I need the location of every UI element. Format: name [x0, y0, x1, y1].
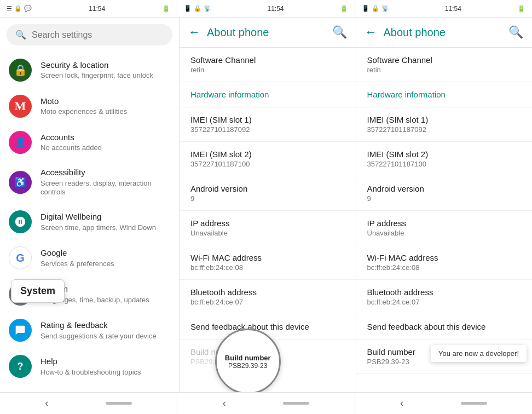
search-input[interactable] — [32, 30, 164, 40]
google-item-title: Google — [41, 248, 170, 258]
accessibility-item-subtitle: Screen readers, display, interaction con… — [41, 179, 170, 198]
security-icon: 🔒 — [14, 5, 22, 12]
system-bubble: System — [11, 279, 65, 303]
panel1-imei1-value: 357227101187092 — [190, 125, 345, 134]
panel2-search-button[interactable]: 🔍 — [508, 25, 523, 39]
panel2-android[interactable]: Android version 9 — [356, 176, 533, 211]
rating-item-subtitle: Send suggestions & rate your device — [41, 332, 170, 341]
panel1-title: About phone — [207, 26, 326, 39]
panel1-android-label: Android version — [190, 184, 345, 193]
signal-icon-mid: 📱 — [184, 5, 192, 12]
moto-item-subtitle: Moto experiences & utilities — [41, 107, 170, 117]
security-icon-mid: 🔒 — [194, 5, 201, 12]
panel2-software-channel-value: retin — [367, 66, 522, 74]
panel1-content: Software Channel retin Hardware informat… — [180, 48, 356, 392]
settings-item-accessibility[interactable]: ♿ Accessibility Screen readers, display,… — [0, 160, 179, 204]
nav-section-mid: ‹ — [177, 393, 355, 414]
settings-item-google[interactable]: G Google Services & preferences — [0, 240, 179, 276]
settings-item-system[interactable]: System ℹ System Languages, time, backup,… — [0, 276, 179, 312]
digital-wellbeing-item-icon — [9, 210, 32, 233]
panel2-hardware-label: Hardware information — [367, 90, 522, 99]
nav-bar: ‹ ‹ ‹ — [0, 392, 532, 414]
panel1-imei1[interactable]: IMEI (SIM slot 1) 357227101187092 — [180, 107, 356, 142]
accessibility-item-title: Accessibility — [41, 167, 170, 178]
panel2-send-feedback[interactable]: Send feedback about this device — [356, 314, 533, 340]
build-circle-label: Build number — [225, 354, 271, 362]
security-item-subtitle: Screen lock, fingerprint, face unlock — [41, 71, 170, 81]
panel2-imei1[interactable]: IMEI (SIM slot 1) 357227101187092 — [356, 107, 533, 142]
google-item-subtitle: Services & preferences — [41, 260, 170, 269]
panel1-bluetooth-label: Bluetooth address — [190, 288, 345, 297]
time-mid: 11:54 — [267, 5, 284, 13]
panel1-imei2[interactable]: IMEI (SIM slot 2) 357227101187100 — [180, 142, 356, 176]
settings-item-accounts[interactable]: 👤 Accounts No accounts added — [0, 124, 179, 160]
wifi-icon-mid: 📡 — [204, 5, 211, 12]
settings-item-moto[interactable]: M Moto Moto experiences & utilities — [0, 88, 179, 124]
panel2-android-value: 9 — [367, 194, 522, 203]
settings-item-rating[interactable]: Rating & feedback Send suggestions & rat… — [0, 312, 179, 348]
rating-item-title: Rating & feedback — [41, 320, 170, 331]
security-item-title: Security & location — [41, 60, 170, 71]
accessibility-item-icon: ♿ — [9, 171, 32, 194]
panel2-wifi-mac[interactable]: Wi-Fi MAC address bc:ff:eb:24:ce:08 — [356, 245, 533, 280]
panel1-android[interactable]: Android version 9 — [180, 176, 356, 211]
panel2-software-channel[interactable]: Software Channel retin — [356, 48, 533, 82]
panel2-back-button[interactable]: ← — [365, 25, 377, 39]
panel2-imei2[interactable]: IMEI (SIM slot 2) 357227101187100 — [356, 142, 533, 176]
status-section-middle: 📱 🔒 📡 11:54 🔋 — [177, 0, 355, 17]
settings-item-help[interactable]: ? Help How-to & troubleshooting topics — [0, 348, 179, 384]
search-icon: 🔍 — [15, 30, 26, 40]
nav-back-right[interactable]: ‹ — [400, 398, 403, 409]
digital-wellbeing-item-subtitle: Screen time, app timers, Wind Down — [41, 223, 170, 233]
settings-item-digital-wellbeing[interactable]: Digital Wellbeing Screen time, app timer… — [0, 204, 179, 240]
settings-panel: 🔍 🔒 Security & location Screen lock, fin… — [0, 18, 180, 392]
status-bar: ☰ 🔒 💬 11:54 🔋 📱 🔒 📡 11:54 🔋 📱 🔒 📡 11:54 … — [0, 0, 532, 18]
panel2-hardware-section: Hardware information — [356, 82, 533, 107]
panel2-bluetooth[interactable]: Bluetooth address bc:ff:eb:24:ce:07 — [356, 280, 533, 314]
nav-back-left[interactable]: ‹ — [45, 398, 48, 409]
nav-pill-right — [461, 402, 487, 405]
build-circle-value: PSB29.39-23 — [228, 362, 267, 370]
settings-item-security[interactable]: 🔒 Security & location Screen lock, finge… — [0, 52, 179, 88]
panel2-software-channel-label: Software Channel — [367, 55, 522, 65]
panel1-wifi-mac[interactable]: Wi-Fi MAC address bc:ff:eb:24:ce:08 — [180, 245, 356, 280]
accounts-item-subtitle: No accounts added — [41, 143, 170, 153]
notification-icon: ☰ — [7, 5, 12, 12]
panel1-software-channel-value: retin — [190, 66, 345, 74]
panel1-hardware-section: Hardware information — [180, 82, 356, 107]
about-phone-panel-1: ← About phone 🔍 Software Channel retin H… — [180, 18, 356, 392]
panel2-android-label: Android version — [367, 184, 522, 193]
panel2-ip[interactable]: IP address Unavailable — [356, 211, 533, 245]
panel1-ip[interactable]: IP address Unavailable — [180, 211, 356, 245]
nav-section-left: ‹ — [0, 393, 177, 414]
security-icon-right: 🔒 — [372, 5, 379, 12]
panel1-android-value: 9 — [190, 194, 345, 203]
panel2-wifi-mac-value: bc:ff:eb:24:ce:08 — [367, 263, 522, 272]
build-number-circle: Build number PSB29.39-23 — [215, 329, 281, 392]
panel2-content: Software Channel retin Hardware informat… — [356, 48, 533, 392]
panel2-imei1-value: 357227101187092 — [367, 125, 522, 134]
time-left: 11:54 — [89, 5, 105, 13]
status-section-right: 📱 🔒 📡 11:54 🔋 — [355, 0, 532, 17]
panel2-header: ← About phone 🔍 — [356, 18, 533, 48]
nav-back-mid[interactable]: ‹ — [223, 398, 226, 409]
rating-item-icon — [9, 319, 32, 342]
time-right: 11:54 — [445, 5, 461, 13]
panel1-imei2-value: 357227101187100 — [190, 160, 345, 168]
help-item-subtitle: How-to & troubleshooting topics — [41, 368, 170, 377]
nav-pill-left — [106, 402, 132, 405]
panel1-bluetooth[interactable]: Bluetooth address bc:ff:eb:24:ce:07 — [180, 280, 356, 314]
nav-section-right: ‹ — [355, 393, 532, 414]
panel2-ip-label: IP address — [367, 219, 522, 228]
panel1-software-channel[interactable]: Software Channel retin — [180, 48, 356, 82]
panel1-send-feedback-label: Send feedback about this device — [190, 322, 345, 331]
battery-icon-right: 🔋 — [517, 5, 525, 13]
about-phone-panel-2: ← About phone 🔍 Software Channel retin H… — [356, 18, 533, 392]
panel1-back-button[interactable]: ← — [188, 25, 200, 39]
panel1-wifi-mac-label: Wi-Fi MAC address — [190, 253, 345, 262]
panel1-build-number[interactable]: Build number PSB29.39-23 Build number PS… — [180, 340, 356, 392]
nav-pill-mid — [283, 402, 309, 405]
panel1-search-button[interactable]: 🔍 — [332, 25, 347, 39]
wifi-icon-right: 📡 — [381, 5, 389, 12]
search-bar[interactable]: 🔍 — [7, 24, 172, 45]
